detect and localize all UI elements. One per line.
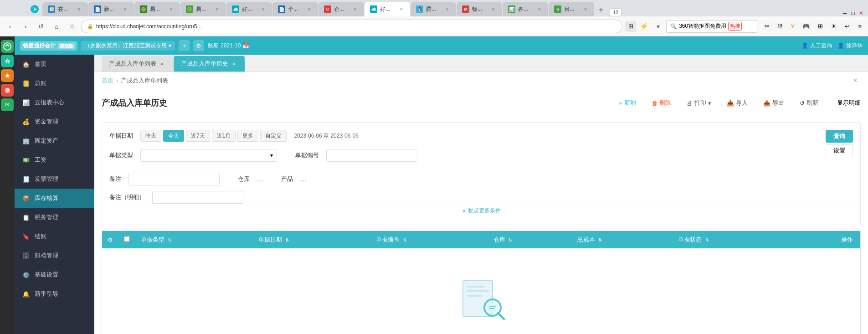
page-tab-history-close[interactable]: × [231,61,237,67]
print-button[interactable]: 🖨 打印 ▾ [682,97,716,109]
window-close[interactable]: ✕ [858,10,864,16]
inner-page-close-button[interactable]: × [850,75,861,86]
browser-tab-8[interactable]: ☁️ 好... × [365,2,410,16]
window-minimize[interactable]: ─ [842,10,848,16]
show-fields-checkbox[interactable] [829,100,835,106]
search-button[interactable]: 查询 [826,130,853,143]
export-button[interactable]: 📤 导出 [758,97,789,109]
browser-tab-12[interactable]: S 目... × [549,2,594,16]
tab-close-1[interactable]: × [76,6,82,12]
app-icon-mail[interactable]: ✉ [1,98,14,111]
settings-button[interactable]: 设置 [826,144,853,157]
settings-gear-icon[interactable]: ⚙ [193,40,204,51]
app-icon-weibo[interactable]: 微 [1,84,14,97]
import-button[interactable]: 📥 导入 [722,97,753,109]
back-button[interactable]: ‹ [4,20,16,33]
grid-btn[interactable]: ⊞ [815,22,826,31]
nav-item-cloud-report[interactable]: 📊 云报表中心 [15,93,94,112]
date-last7days-btn[interactable]: 近7天 [186,130,210,142]
tab-close-2[interactable]: × [122,6,128,12]
delete-button[interactable]: 🗑 删除 [647,97,676,109]
app-icon-accounting[interactable]: 会 [1,55,14,67]
date-last1month-btn[interactable]: 近1月 [212,130,236,142]
browser-tab-7[interactable]: C 企... × [318,2,364,16]
browser-tab-3[interactable]: 🟢 易... × [134,2,180,16]
select-all-checkbox[interactable] [124,236,130,242]
app-icon-main[interactable] [1,40,14,53]
nav-item-invoice[interactable]: 🧾 发票管理 [15,170,94,189]
period-selector[interactable]: 账期 2021-10 📅 [208,42,249,50]
th-voucher-status[interactable]: 单据状态 ⇅ [673,231,790,248]
nav-item-new-features[interactable]: 🔔 新手引导 [15,284,94,303]
extensions-icon[interactable]: ⊞ [625,21,636,32]
user-menu[interactable]: 👤 徐泽华 [837,42,863,50]
search-bar[interactable]: 🔍 360智能抠图免费用 热搜 [666,20,757,33]
product-picker[interactable]: ... [300,175,306,183]
show-fields-toggle[interactable]: 显示明细 [829,99,861,107]
sun-btn[interactable]: ☀ [828,22,839,31]
date-more-btn[interactable]: 更多 [237,130,258,142]
nav-item-payroll[interactable]: 💵 工资 [15,150,94,170]
note-input[interactable] [128,173,220,185]
collapse-button[interactable]: ∧ 收起更多条件 [109,204,853,217]
voucher-type-select[interactable]: ▾ [140,149,277,162]
nav-item-fixed-assets[interactable]: 🏢 固定资产 [15,131,94,150]
tab-close-7[interactable]: × [352,6,359,12]
th-settings[interactable]: ⚙ [102,231,118,248]
page-tab-list-close[interactable]: × [159,61,165,67]
browser-tab-9[interactable]: 🐧 腾... × [411,2,456,16]
note-detail-input[interactable] [152,191,243,204]
nav-item-ledger[interactable]: 📒 总账 [15,74,94,93]
nav-item-archive[interactable]: 🗄️ 归档管理 [15,246,94,265]
tab-close-8[interactable]: × [398,6,405,12]
nav-item-tax[interactable]: 📋 税务管理 [15,208,94,227]
voucher-no-input[interactable] [326,149,417,162]
add-company-button[interactable]: + [179,40,190,51]
tab-close-10[interactable]: × [490,6,497,12]
refresh-button[interactable]: ↺ [35,20,47,33]
consult-button[interactable]: 👤 人工咨询 [801,42,832,50]
bookmark-button[interactable]: ☆ [66,20,78,33]
lightning-icon[interactable]: ⚡ [639,21,650,32]
browser-tab-1[interactable]: 🧭 在... × [42,2,88,16]
warehouse-picker[interactable]: ... [257,175,263,183]
page-tab-history[interactable]: 产成品入库单历史 × [174,56,245,72]
tab-close-4[interactable]: × [214,6,221,12]
browser-tab-6[interactable]: 📄 个... × [272,2,318,16]
page-tab-list[interactable]: 产成品入库单列表 × [102,56,173,72]
nav-item-home[interactable]: 🏠 首页 [15,55,94,74]
restore-btn[interactable]: ↩ [842,22,853,31]
th-voucher-date[interactable]: 单据日期 ⇅ [253,231,370,248]
game-btn[interactable]: 🎮 [800,22,812,31]
th-warehouse[interactable]: 仓库 ⇅ [488,231,572,248]
company-selector[interactable]: （勿删勿禁用）江西服宝测试专用 ▾ [81,41,175,51]
tab-close-9[interactable]: × [444,6,451,12]
browser-tab-10[interactable]: M 畅... × [457,2,502,16]
browser-tab-4[interactable]: 🟢 易... × [180,2,226,16]
address-input[interactable]: 🔒 https://cloud.chanjet.com/accounting/u… [81,20,622,33]
new-tab-button[interactable]: + [595,4,607,16]
add-button[interactable]: + 新增 [614,97,641,109]
currency-btn[interactable]: ¥ [788,22,797,31]
tab-close-3[interactable]: × [168,6,175,12]
nav-item-settlement[interactable]: 🔖 结账 [15,227,94,246]
nav-item-basic-settings[interactable]: ⚙️ 基础设置 [15,265,94,284]
th-total-cost[interactable]: 总成本 ⇅ [572,231,673,248]
scissors-btn[interactable]: ✂ [762,22,772,31]
tab-close-5[interactable]: × [260,6,267,12]
tab-close-12[interactable]: × [582,6,589,12]
refresh-page-button[interactable]: ↺ 刷新 [795,97,823,109]
th-voucher-type[interactable]: 单据类型 ⇅ [135,231,253,248]
th-voucher-no[interactable]: 单据编号 ⇅ [370,231,488,248]
translate-btn[interactable]: 译 [775,22,786,31]
nav-item-inventory[interactable]: 📦 库存核算 [15,189,94,208]
th-checkbox[interactable] [118,231,135,248]
forward-button[interactable]: › [19,20,32,33]
nav-item-fund[interactable]: 💰 资金管理 [15,112,94,131]
browser-tab-5[interactable]: ☁️ 好... × [226,2,272,16]
date-custom-btn[interactable]: 自定义 [260,130,287,142]
browser-tab-11[interactable]: 📊 各... × [503,2,548,16]
app-icon-star[interactable]: ★ [1,69,14,82]
home-button[interactable]: ⌂ [50,20,63,33]
tab-close-6[interactable]: × [306,6,313,12]
